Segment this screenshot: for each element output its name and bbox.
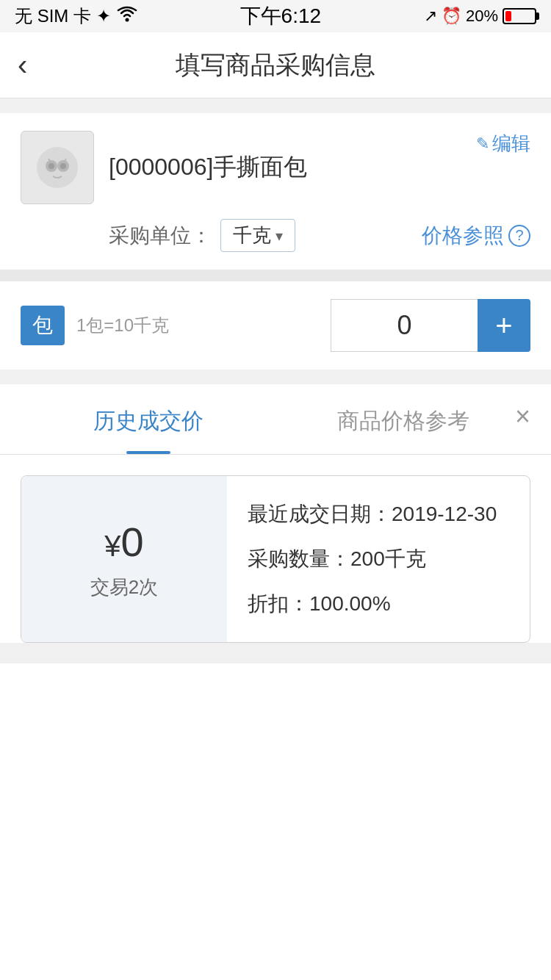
quantity-unit-badge: 包 [21,306,65,345]
divider [0,270,551,281]
status-bar-time: 下午6:12 [240,2,322,30]
status-bar: 无 SIM 卡 ✦ 下午6:12 ↗ ⏰ 20% [0,0,551,32]
product-thumbnail [21,131,94,204]
purchase-quantity: 采购数量：200千克 [248,543,509,576]
product-header: [0000006]手撕面包 ✎ 编辑 [21,131,530,204]
price-card: ¥0 交易2次 最近成交日期：2019-12-30 采购数量：200千克 折扣：… [21,475,530,643]
quantity-plus-button[interactable]: + [478,299,530,352]
price-reference-button[interactable]: 价格参照 ? [422,222,530,250]
nav-bar: ‹ 填写商品采购信息 [0,32,551,98]
svg-point-5 [60,163,66,169]
back-button[interactable]: ‹ [18,48,27,82]
product-id: [0000006] [109,154,213,180]
battery-icon [503,8,536,24]
sim-label: 无 SIM 卡 ✦ [15,4,111,28]
location-icon: ↗ [424,7,437,26]
status-bar-left: 无 SIM 卡 ✦ [15,4,137,28]
chevron-down-icon: ▾ [276,227,283,245]
edit-icon: ✎ [476,134,489,154]
page-rest [0,663,551,980]
quantity-controls: + [331,299,530,352]
quantity-row: 包 1包=10千克 + [0,281,551,370]
alarm-icon: ⏰ [442,7,461,26]
quantity-input[interactable] [331,299,478,352]
quantity-left: 包 1包=10千克 [21,306,169,345]
svg-point-1 [37,147,78,188]
tab-history-price[interactable]: 历史成交价 [21,384,276,454]
price-value: 0 [121,519,144,565]
price-times: 交易2次 [90,574,158,600]
tabs-header: 历史成交价 商品价格参考 × [0,384,551,455]
tab-close-button[interactable]: × [515,400,530,431]
help-icon[interactable]: ? [508,225,530,247]
product-name: [0000006]手撕面包 [109,151,307,184]
product-left: [0000006]手撕面包 [21,131,307,204]
edit-label: 编辑 [492,131,530,156]
page-title: 填写商品采购信息 [176,48,375,82]
price-card-left: ¥0 交易2次 [21,476,227,642]
tabs-panel: 历史成交价 商品价格参考 × ¥0 交易2次 最近成交日期：2019-12-30… [0,384,551,643]
quantity-hint: 1包=10千克 [76,314,169,337]
svg-point-0 [125,18,129,22]
discount-value: 折扣：100.00% [248,588,509,621]
product-card: [0000006]手撕面包 ✎ 编辑 采购单位： 千克 ▾ 价格参照 ? [0,113,551,270]
unit-value: 千克 [233,223,271,248]
unit-select[interactable]: 千克 ▾ [220,219,295,252]
wifi-icon [117,6,137,26]
price-card-right: 最近成交日期：2019-12-30 采购数量：200千克 折扣：100.00% [227,476,530,642]
edit-button[interactable]: ✎ 编辑 [476,131,530,156]
product-unit-row: 采购单位： 千克 ▾ 价格参照 ? [109,219,530,252]
currency-symbol: ¥ [104,530,120,562]
status-bar-right: ↗ ⏰ 20% [424,7,536,26]
product-title: 手撕面包 [213,154,307,180]
transaction-date: 最近成交日期：2019-12-30 [248,498,509,531]
question-mark: ? [515,227,523,244]
tab-price-reference[interactable]: 商品价格参考 [276,384,530,454]
price-amount: ¥0 [104,518,143,566]
unit-label: 采购单位： [109,222,212,250]
battery-percent: 20% [466,7,498,26]
svg-point-4 [48,163,54,169]
price-ref-label: 价格参照 [422,222,504,250]
